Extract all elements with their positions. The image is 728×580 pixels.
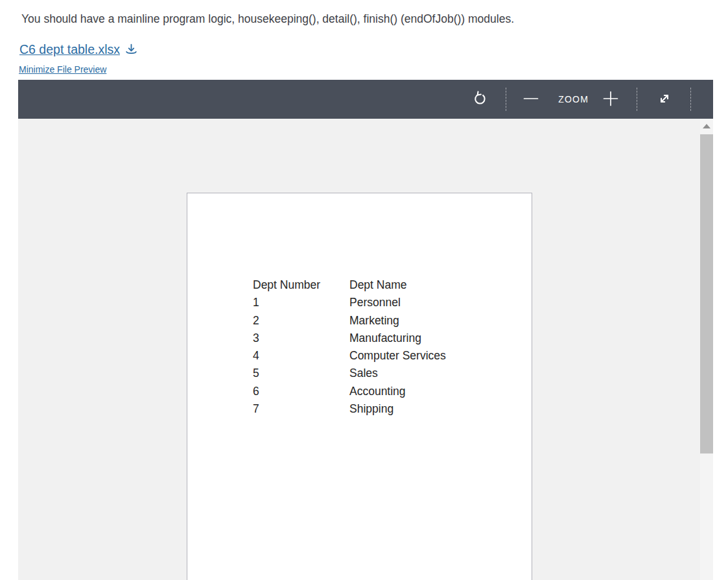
minus-icon (523, 91, 539, 108)
download-icon[interactable] (124, 43, 138, 59)
table-cell: Manufacturing (349, 330, 421, 347)
scroll-up-arrow-icon (703, 124, 710, 128)
table-cell: 2 (253, 312, 349, 330)
rotate-reset-icon (472, 90, 488, 108)
zoom-in-button[interactable] (596, 85, 625, 114)
table-row: 1 Personnel (253, 294, 446, 311)
plus-icon (603, 91, 618, 108)
minimize-preview-link[interactable]: Minimize File Preview (19, 64, 106, 75)
table-header-row: Dept Number Dept Name (253, 276, 446, 294)
table-cell: Accounting (349, 383, 406, 400)
spreadsheet-table: Dept Number Dept Name 1 Personnel 2 Mark… (253, 276, 446, 418)
zoom-out-button[interactable] (517, 85, 545, 114)
table-row: 3 Manufacturing (253, 330, 446, 347)
preview-toolbar: ZOOM (18, 80, 713, 119)
table-row: 5 Sales (253, 365, 446, 382)
zoom-label: ZOOM (558, 94, 589, 104)
column-header: Dept Number (253, 276, 349, 294)
expand-icon (657, 91, 672, 108)
table-cell: Computer Services (349, 347, 446, 365)
table-cell: 5 (253, 365, 349, 382)
preview-scrollbar[interactable] (700, 119, 713, 580)
table-cell: 6 (253, 383, 349, 400)
table-cell: Shipping (349, 400, 393, 418)
table-row: 4 Computer Services (253, 347, 446, 365)
toolbar-divider (506, 88, 506, 111)
table-cell: Marketing (349, 312, 399, 330)
table-cell: 3 (253, 330, 349, 347)
scrollbar-thumb[interactable] (700, 134, 713, 453)
fullscreen-button[interactable] (650, 85, 679, 114)
file-download-link[interactable]: C6 dept table.xlsx (19, 42, 120, 57)
table-cell: Sales (349, 365, 378, 382)
instruction-text: You should have a mainline program logic… (21, 12, 514, 26)
rotate-reset-button[interactable] (465, 85, 494, 114)
preview-area: Dept Number Dept Name 1 Personnel 2 Mark… (18, 119, 713, 580)
table-cell: Personnel (349, 294, 401, 311)
table-cell: 7 (253, 400, 349, 418)
table-row: 7 Shipping (253, 400, 446, 418)
scroll-up-button[interactable] (700, 119, 713, 133)
column-header: Dept Name (349, 276, 407, 294)
table-cell: 1 (253, 294, 349, 311)
document-page: Dept Number Dept Name 1 Personnel 2 Mark… (187, 193, 532, 580)
toolbar-divider (690, 88, 691, 111)
file-link-row: C6 dept table.xlsx (19, 40, 138, 59)
table-cell: 4 (253, 347, 349, 365)
toolbar-divider (637, 88, 637, 111)
table-row: 6 Accounting (253, 383, 446, 400)
table-row: 2 Marketing (253, 312, 446, 330)
